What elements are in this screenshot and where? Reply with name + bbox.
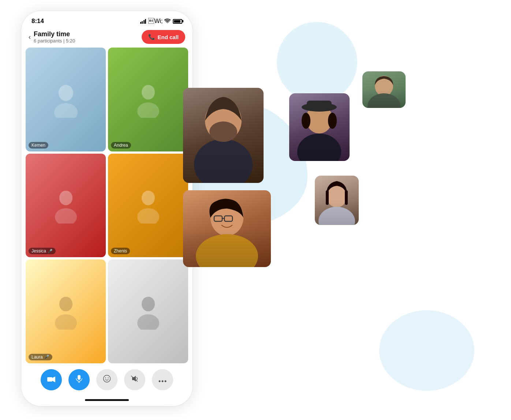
- svg-point-8: [59, 297, 72, 311]
- status-time: 8:14: [31, 18, 44, 25]
- video-icon: [47, 375, 55, 385]
- floating-tile-asian-woman: [315, 176, 359, 225]
- svg-point-10: [142, 297, 155, 311]
- emoji-icon: [103, 375, 111, 385]
- muted-icon-laura: 🎤: [44, 355, 49, 359]
- floating-tile-bearded-man: [183, 88, 264, 183]
- svg-point-4: [59, 191, 72, 205]
- video-cell-jessica: Jessica 🎤: [26, 154, 106, 258]
- svg-point-9: [55, 314, 77, 330]
- svg-marker-13: [52, 376, 55, 382]
- call-title: Family time: [34, 30, 75, 38]
- floating-tiles-area: [154, 0, 511, 420]
- participant-label-andrea: Andrea: [111, 142, 131, 149]
- svg-rect-12: [47, 377, 52, 382]
- svg-point-19: [108, 378, 108, 378]
- svg-rect-14: [78, 375, 81, 380]
- participant-label-jessica: Jessica 🎤: [29, 248, 56, 254]
- video-toggle-button[interactable]: [41, 369, 62, 390]
- video-cell-kemen: Kemen: [26, 48, 106, 151]
- floating-tile-smiling-woman: [183, 190, 271, 267]
- back-button[interactable]: ‹: [29, 33, 31, 41]
- emoji-button[interactable]: [96, 369, 118, 390]
- call-subtitle: 6 participants | 5:20: [34, 38, 75, 44]
- floating-tile-short-hair: [362, 71, 406, 108]
- video-cell-laura: Laura 🎤: [26, 259, 106, 363]
- floating-tile-woman-hat: [289, 93, 350, 161]
- microphone-icon: [76, 375, 82, 385]
- home-indicator: [85, 399, 129, 401]
- participant-label-laura: Laura 🎤: [29, 354, 52, 360]
- signal-icon: [140, 19, 146, 24]
- svg-point-18: [105, 378, 106, 378]
- speaker-button[interactable]: [124, 369, 145, 390]
- svg-point-6: [142, 191, 155, 205]
- muted-icon-jessica: 🎤: [48, 249, 53, 254]
- svg-point-17: [104, 375, 111, 382]
- svg-line-21: [131, 376, 138, 382]
- svg-point-1: [54, 103, 78, 118]
- participant-label-zhenis: Zhenis: [111, 248, 130, 254]
- microphone-toggle-button[interactable]: [68, 369, 90, 390]
- speaker-icon: [131, 375, 139, 385]
- participant-label-kemen: Kemen: [29, 142, 48, 149]
- svg-point-0: [59, 85, 73, 101]
- svg-point-2: [142, 85, 155, 100]
- svg-point-5: [55, 208, 77, 224]
